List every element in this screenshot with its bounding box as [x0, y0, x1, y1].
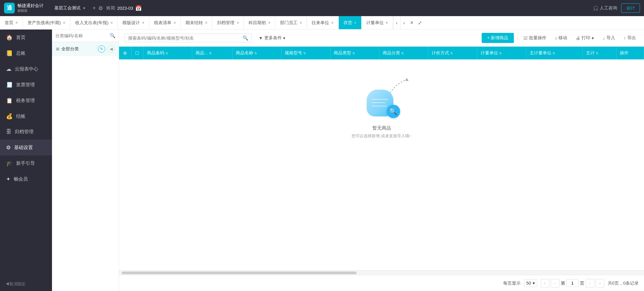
col-type[interactable]: 商品类型 ⇅ — [330, 47, 379, 59]
close-tab-template[interactable]: × — [142, 20, 144, 25]
divider — [517, 35, 518, 41]
close-tab-dept[interactable]: × — [300, 20, 302, 25]
more-filter-button[interactable]: ▼ 更多条件 ▾ — [255, 34, 289, 42]
sidebar-item-invoice[interactable]: 🧾 发票管理 — [0, 77, 52, 93]
headset-icon: 🎧 — [593, 6, 598, 11]
checkout-icon: 💰 — [6, 113, 13, 119]
top-right-actions: 🎧 人工咨询 会计 — [593, 3, 640, 13]
per-page-select[interactable]: 50 ▾ — [524, 279, 537, 287]
sidebar-item-member[interactable]: ✦ 畅会员 — [0, 171, 52, 187]
tab-tax-list[interactable]: 税表清单 × — [149, 16, 181, 29]
tab-inventory[interactable]: 存货 × — [339, 16, 362, 29]
next-page-button[interactable]: › — [586, 279, 594, 288]
col-code[interactable]: 商品... ⇅ — [192, 47, 232, 59]
calendar-icon[interactable]: 📅 — [135, 5, 142, 11]
close-tab-unit[interactable]: × — [386, 20, 388, 25]
tab-contacts[interactable]: 往来单位 × — [307, 16, 338, 29]
close-tab-inventory[interactable]: × — [354, 20, 357, 25]
tab-subject-init[interactable]: 科目期初 × — [244, 16, 275, 29]
tab-nav-next[interactable]: › — [400, 16, 408, 29]
category-search-bar: 🔍 — [52, 30, 119, 42]
per-page-arrow-icon: ▾ — [533, 281, 535, 286]
batch-operation-button[interactable]: ☑ 批量操作 — [521, 34, 549, 42]
sidebar-item-archive[interactable]: 🗄 归档管理 — [0, 124, 52, 140]
first-page-button[interactable]: « — [541, 279, 549, 288]
collapse-panel-button[interactable]: ◀ — [107, 45, 115, 53]
export-button[interactable]: ↑ 导出 — [621, 34, 639, 42]
sidebar-item-guide[interactable]: 🎓 新手引导 — [0, 155, 52, 171]
col-barcode[interactable]: 商品条码 ⇅ — [143, 47, 192, 59]
col-main-unit[interactable]: 主计量单位 ⇅ — [526, 47, 583, 59]
col-price-method[interactable]: 计价方式 ⇅ — [428, 47, 477, 59]
last-page-button[interactable]: » — [596, 279, 604, 288]
col-checkbox[interactable]: ☐ — [131, 47, 143, 59]
search-icon[interactable]: 🔍 — [243, 35, 248, 41]
sidebar-item-guide-label: 新手引导 — [16, 160, 35, 166]
sidebar-item-tax-label: 税务管理 — [16, 98, 35, 104]
settings-icon[interactable]: ⚙ — [98, 5, 103, 11]
close-all-tabs[interactable]: × — [408, 16, 416, 29]
category-search-icon[interactable]: 🔍 — [110, 33, 115, 38]
sidebar-item-archive-label: 归档管理 — [15, 129, 34, 135]
account-button[interactable]: 会计 — [621, 3, 640, 13]
all-categories[interactable]: ⊞ 全部分类 ✎ ◀ — [52, 42, 119, 56]
product-search-input[interactable] — [128, 36, 240, 41]
company-selector[interactable]: 基层工会测试 ▼ — [54, 5, 86, 11]
page-number-input[interactable] — [567, 279, 579, 287]
sidebar-item-ledger[interactable]: 📒 总账 — [0, 45, 52, 61]
import-button[interactable]: ↓ 导入 — [600, 34, 618, 42]
tab-archive[interactable]: 归档管理 × — [212, 16, 244, 29]
sidebar-item-cloud-report[interactable]: ☁ 云报表中心 — [0, 61, 52, 77]
tab-expand-icon[interactable]: ⤢ — [416, 16, 424, 29]
col-unit[interactable]: 计量单位 ⇅ — [477, 47, 526, 59]
sidebar-item-basic-settings[interactable]: ⚙ 基础设置 — [0, 140, 52, 155]
sidebar-item-checkout[interactable]: 💰 结账 — [0, 108, 52, 124]
product-table-wrap: ⚙ ☐ 商品条码 ⇅ 商品... ⇅ — [119, 47, 644, 270]
close-tab-subject[interactable]: × — [268, 20, 270, 25]
add-tab-icon[interactable]: + — [93, 5, 96, 11]
close-tab-homepage[interactable]: × — [15, 20, 18, 25]
invoice-icon: 🧾 — [6, 82, 13, 88]
sort-icon: ⇅ — [165, 51, 168, 55]
close-tab-archive[interactable]: × — [236, 20, 239, 25]
settings-icon: ⚙ — [6, 144, 11, 151]
member-icon: ✦ — [6, 176, 10, 182]
move-button[interactable]: ↕ 移动 — [552, 34, 570, 42]
category-search-input[interactable] — [55, 33, 108, 38]
tab-template-design[interactable]: 模版设计 × — [118, 16, 149, 29]
edit-category-button[interactable]: ✎ — [98, 45, 105, 53]
close-tab-income[interactable]: × — [110, 20, 113, 25]
tab-homepage[interactable]: 首页 × — [0, 16, 23, 29]
sidebar: 🏠 首页 📒 总账 ☁ 云报表中心 🧾 发票管理 📋 税务管理 💰 结账 🗄 归… — [0, 30, 52, 291]
sidebar-item-tax[interactable]: 📋 税务管理 — [0, 93, 52, 108]
help-button[interactable]: 🎧 人工咨询 — [593, 5, 617, 11]
guide-icon: 🎓 — [6, 160, 13, 166]
page-navigation: « ‹ 第 页 › » — [541, 279, 604, 288]
tab-nav-prev[interactable]: ‹ — [393, 16, 400, 29]
col-name[interactable]: 商品名称 ⇅ — [232, 47, 281, 59]
horizontal-scrollbar[interactable] — [119, 270, 644, 275]
close-tab-tax[interactable]: × — [173, 20, 176, 25]
tab-dept-staff[interactable]: 部门员工 × — [275, 16, 307, 29]
tab-income-expense[interactable]: 收入支出表(年报) × — [70, 16, 118, 29]
tab-unit[interactable]: 计量单位 × — [362, 16, 393, 29]
col-main-count[interactable]: 主计 ⇅ — [583, 47, 616, 59]
print-button[interactable]: 🖨 打印 ▾ — [573, 34, 597, 42]
unpin-sidebar-button[interactable]: ◀取消固定 — [0, 277, 52, 291]
add-product-button[interactable]: + 新增商品 — [482, 33, 514, 43]
main-layout: 🏠 首页 📒 总账 ☁ 云报表中心 🧾 发票管理 📋 税务管理 💰 结账 🗄 归… — [0, 30, 644, 291]
filter-icon: ▼ — [259, 36, 263, 41]
empty-icon-wrap: 🔍 — [363, 86, 400, 120]
sort-icon: ⇅ — [254, 51, 257, 55]
tab-period-transfer[interactable]: 期末结转 × — [181, 16, 212, 29]
col-category[interactable]: 商品分类 ⇅ — [379, 47, 428, 59]
tab-balance-sheet[interactable]: 资产负债表(中期) × — [23, 16, 70, 29]
col-spec[interactable]: 规格型号 ⇅ — [281, 47, 330, 59]
scroll-thumb[interactable] — [122, 272, 357, 274]
col-settings[interactable]: ⚙ — [119, 47, 131, 59]
sidebar-item-home[interactable]: 🏠 首页 — [0, 30, 52, 45]
close-tab-contacts[interactable]: × — [331, 20, 333, 25]
close-tab-balance[interactable]: × — [63, 20, 65, 25]
close-tab-period[interactable]: × — [205, 20, 207, 25]
prev-page-button[interactable]: ‹ — [551, 279, 559, 288]
